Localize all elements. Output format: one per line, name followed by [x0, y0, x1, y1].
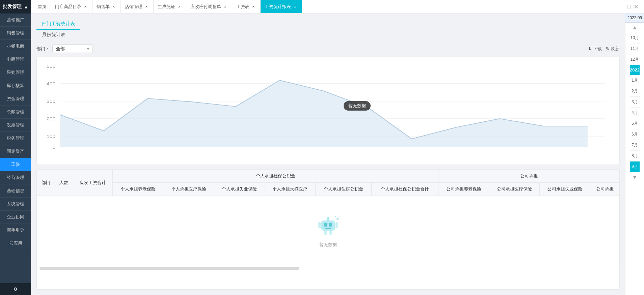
top-tab-close[interactable]: × [83, 4, 88, 9]
content-area: 部门工资统计表月份统计表 部门： 全部 ⬇ 下载 ↻ [31, 13, 644, 295]
top-tab-close[interactable]: × [144, 4, 149, 9]
svg-rect-20 [324, 231, 327, 235]
minimize-btn[interactable]: — [618, 3, 624, 10]
dept-select[interactable]: 全部 [52, 45, 93, 53]
date-month-11月[interactable]: 11月 [630, 43, 640, 54]
sidebar-item-基础信息[interactable]: 基础信息 [0, 184, 31, 198]
svg-text:0: 0 [52, 145, 55, 150]
table-empty-text: 暂无数据 [319, 242, 337, 248]
date-month-1月[interactable]: 1月 [630, 75, 640, 86]
sidebar-item-小畅电商[interactable]: 小畅电商 [0, 40, 31, 53]
svg-rect-21 [329, 231, 332, 235]
col-公司承担: 公司承担 [590, 183, 619, 196]
date-nav-down[interactable]: ▼ [625, 172, 644, 182]
date-month-9月[interactable]: 9月 [630, 161, 640, 172]
top-tab-工资统计报表[interactable]: 工资统计报表× [261, 0, 302, 13]
date-month-7月[interactable]: 7月 [630, 140, 640, 151]
date-sidebar: 2022.09 ▲ 10月11月12月20221月2月3月4月5月6月7月8月9… [625, 13, 644, 295]
date-month-12月[interactable]: 12月 [630, 54, 640, 65]
refresh-label: 刷新 [611, 46, 620, 52]
settings-icon: ⚙ [14, 287, 18, 292]
data-table: 部门 人数 应发工资合计 个人承担社保公积金 公司承担 个人承担养老保险个人承担… [37, 169, 619, 264]
col-个人承担住房公积金: 个人承担住房公积金 [315, 183, 371, 196]
col-个人承担社保公积金合计: 个人承担社保公积金合计 [371, 183, 438, 196]
sidebar-collapse-icon[interactable]: ▲ [24, 4, 28, 9]
top-tab-首页[interactable]: 首页 [34, 0, 51, 13]
date-month-4月[interactable]: 4月 [630, 108, 640, 118]
date-month-10月[interactable]: 10月 [630, 33, 640, 43]
toolbar: 部门： 全部 ⬇ 下载 ↻ 刷新 [36, 45, 620, 53]
table-scrollbar[interactable] [39, 267, 299, 270]
download-btn[interactable]: ⬇ 下载 [588, 46, 602, 52]
top-tab-门店商品目录[interactable]: 门店商品目录× [51, 0, 92, 13]
top-tab-close[interactable]: × [177, 4, 182, 9]
sidebar-item-工资[interactable]: 工资 [0, 158, 31, 171]
chart-area: 500 400 300 200 100 0 [36, 57, 620, 165]
date-month-2月[interactable]: 2月 [630, 86, 640, 97]
sidebar-item-企业协同[interactable]: 企业协同 [0, 211, 31, 224]
dept-label: 部门： [36, 46, 50, 52]
sidebar-title: 批发管理 [3, 4, 22, 10]
col-total-salary: 应发工资合计 [73, 170, 113, 196]
main-panel: 部门工资统计表月份统计表 部门： 全部 ⬇ 下载 ↻ [31, 13, 625, 295]
top-tab-店铺管理[interactable]: 店铺管理× [121, 0, 154, 13]
top-tab-label: 销售单 [97, 4, 110, 10]
col-个人承担失业保险: 个人承担失业保险 [214, 183, 265, 196]
svg-marker-12 [60, 80, 588, 147]
top-tab-label: 店铺管理 [125, 4, 142, 10]
date-month-6月[interactable]: 6月 [630, 129, 640, 140]
top-tabs-bar: 首页门店商品目录×销售单×店铺管理×生成凭证×应收应付调整单×工资表×工资统计报… [31, 0, 644, 13]
top-tab-close[interactable]: × [292, 4, 298, 9]
sub-tabs: 部门工资统计表月份统计表 [36, 19, 620, 40]
top-tab-工资表[interactable]: 工资表× [232, 0, 261, 13]
sidebar-item-云应用[interactable]: 云应用 [0, 237, 31, 250]
sidebar-item-发票管理[interactable]: 发票管理 [0, 119, 31, 132]
svg-rect-19 [336, 222, 338, 228]
download-label: 下载 [593, 46, 602, 52]
close-btn[interactable]: ✕ [634, 3, 639, 10]
svg-rect-14 [324, 223, 327, 227]
svg-rect-18 [318, 222, 321, 228]
toolbar-right: ⬇ 下载 ↻ 刷新 [588, 46, 620, 52]
empty-state-cell: 暂无数据 [37, 196, 619, 264]
sub-tab-月份统计表[interactable]: 月份统计表 [36, 30, 80, 40]
svg-point-24 [339, 216, 340, 217]
sidebar-item-采购管理[interactable]: 采购管理 [0, 66, 31, 79]
date-nav-up[interactable]: ▲ [625, 23, 644, 33]
top-tab-销售单[interactable]: 销售单× [92, 0, 121, 13]
date-month-3月[interactable]: 3月 [630, 97, 640, 108]
sidebar-item-营销推广[interactable]: 营销推广 [0, 13, 31, 27]
date-year-2022[interactable]: 2022 [630, 65, 640, 75]
svg-text:100: 100 [47, 134, 55, 139]
date-month-8月[interactable]: 8月 [630, 151, 640, 161]
download-icon: ⬇ [588, 46, 592, 51]
sidebar-item-总账管理[interactable]: 总账管理 [0, 106, 31, 119]
sidebar-item-新手引导[interactable]: 新手引导 [0, 224, 31, 237]
refresh-btn[interactable]: ↻ 刷新 [606, 46, 620, 52]
chart-svg: 500 400 300 200 100 0 [42, 63, 614, 150]
svg-rect-17 [327, 217, 329, 220]
sidebar-item-资金管理[interactable]: 资金管理 [0, 92, 31, 106]
sidebar-item-固定资产[interactable]: 固定资产 [0, 145, 31, 158]
sidebar-item-税务管理[interactable]: 税务管理 [0, 132, 31, 145]
window-controls: — □ ✕ [616, 3, 641, 10]
top-tab-close[interactable]: × [251, 4, 256, 9]
empty-state: 暂无数据 [40, 199, 616, 261]
sidebar-item-销售管理[interactable]: 销售管理 [0, 27, 31, 40]
svg-point-22 [337, 218, 339, 220]
sub-tab-部门工资统计表[interactable]: 部门工资统计表 [36, 19, 80, 30]
svg-rect-15 [329, 223, 332, 227]
sidebar-item-电商管理[interactable]: 电商管理 [0, 53, 31, 66]
sidebar-item-系统管理[interactable]: 系统管理 [0, 198, 31, 211]
sidebar-item-经营管理[interactable]: 经营管理 [0, 171, 31, 184]
top-tab-close[interactable]: × [111, 4, 116, 9]
date-month-5月[interactable]: 5月 [630, 118, 640, 129]
svg-text:500: 500 [47, 64, 55, 69]
maximize-btn[interactable]: □ [627, 3, 631, 10]
top-tab-close[interactable]: × [222, 4, 228, 9]
sidebar-item-库存核算[interactable]: 库存核算 [0, 79, 31, 92]
top-tab-应收应付调整单[interactable]: 应收应付调整单× [186, 0, 232, 13]
sidebar-settings[interactable]: ⚙ [0, 283, 31, 295]
top-tab-生成凭证[interactable]: 生成凭证× [154, 0, 186, 13]
col-个人承担大额医疗: 个人承担大额医疗 [265, 183, 315, 196]
